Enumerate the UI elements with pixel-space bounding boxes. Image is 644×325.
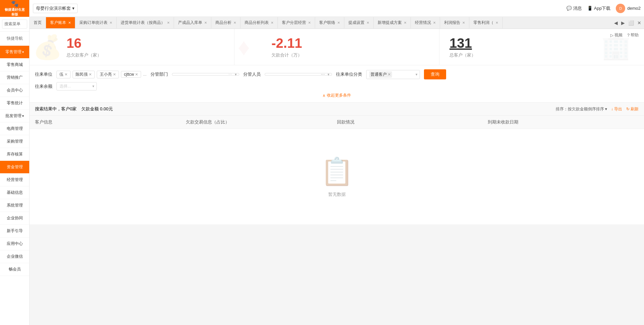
balance-select[interactable]: 选择... ▾ (56, 82, 97, 91)
logo-icon: 🐾 (11, 0, 18, 7)
help-button[interactable]: ? 帮助 (627, 32, 639, 38)
tab-label: 客户联络 (319, 20, 335, 26)
tab-new-plan[interactable]: 新增提成方案 ✕ (374, 17, 411, 28)
chevron-down-icon: ▾ (72, 6, 75, 11)
sidebar-item-retail[interactable]: 零售管理 ▾ (0, 46, 29, 59)
summary-label-debt: 欠款合计（万） (271, 52, 429, 58)
export-button[interactable]: ↓ 导出 (611, 106, 622, 112)
tag-close-icon[interactable]: ✕ (388, 72, 391, 77)
sidebar-item-appcenter[interactable]: 应用中心 (0, 238, 29, 250)
tag-close-icon[interactable]: ✕ (89, 72, 92, 77)
logo-title: 畅捷通好生意 (5, 7, 25, 12)
summary-card-debt: ♦ -2.11 欠款合计（万） (234, 29, 439, 65)
close-icon[interactable]: ✕ (68, 21, 71, 25)
close-icon[interactable]: ✕ (233, 21, 236, 25)
sort-button[interactable]: 排序：按欠款金额倒序排序 ▾ (556, 106, 607, 112)
tab-inbound-stat[interactable]: 进货单统计表（按商品） ✕ (117, 17, 174, 28)
summary-value-customers: 16 (67, 36, 224, 51)
sort-label: 排序：按欠款金额倒序排序 (556, 106, 604, 112)
sidebar-item-finance[interactable]: 资金管理 (0, 161, 29, 174)
col-header-repay: 回款情况 (337, 119, 488, 125)
tab-customer-connect[interactable]: 客户联络 ✕ (315, 17, 344, 28)
close-icon[interactable]: ✕ (404, 21, 406, 25)
collapse-button[interactable]: ∧ 收起更多条件 (323, 93, 351, 98)
chevron-down-icon: ▾ (328, 72, 330, 77)
tab-prev-button[interactable]: ◀ (613, 20, 619, 26)
sidebar-item-basic[interactable]: 基础信息 (0, 186, 29, 199)
tab-label: 客户分层经营 (282, 20, 306, 26)
clear-icon[interactable]: ⋯ (228, 72, 232, 77)
sidebar-search-area[interactable]: 搜索菜单 (0, 17, 29, 32)
user-menu[interactable]: D demo2 (616, 4, 641, 13)
close-icon[interactable]: ✕ (337, 21, 340, 25)
company-selector[interactable]: 母婴行业演示帐套 ▾ (33, 4, 78, 13)
tab-retail-profit[interactable]: 零售利润（ ✕ (469, 17, 503, 28)
tab-close-all-button[interactable]: ✕ (636, 20, 643, 26)
sidebar-item-label: 批发管理 (5, 113, 22, 119)
close-icon[interactable]: ✕ (367, 21, 369, 25)
tab-product-list[interactable]: 商品分析列表 ✕ (241, 17, 278, 28)
person-select[interactable]: ⋯ ▾ (265, 73, 332, 76)
close-icon[interactable]: ✕ (204, 21, 207, 25)
tab-label: 商品分析列表 (245, 20, 269, 26)
category-select[interactable]: 普通客户 ✕ ▾ (366, 70, 420, 79)
unit-label: 往来单位 (35, 71, 52, 77)
tab-profit-report[interactable]: 利润报告 ✕ (440, 17, 469, 28)
sidebar-item-marketing[interactable]: 营销推广 (0, 71, 29, 84)
sidebar-item-member2[interactable]: 畅会员 (0, 263, 29, 276)
tab-label: 进货单统计表（按商品） (121, 20, 165, 26)
sidebar-item-wholesale[interactable]: 批发管理 ▾ (0, 110, 29, 122)
tab-product-analysis[interactable]: 商品分析 ✕ (211, 17, 241, 28)
results-text: 搜索结果中，客户0家 (35, 106, 77, 111)
quick-nav-area[interactable]: 快捷导航 (0, 32, 29, 46)
close-icon[interactable]: ✕ (167, 21, 170, 25)
sidebar-item-system[interactable]: 系统管理 (0, 199, 29, 212)
refresh-icon: ↻ (626, 107, 630, 111)
tag-close-icon[interactable]: ✕ (135, 72, 138, 77)
more-tags-button[interactable]: ... (143, 72, 146, 77)
tab-purchase-stat[interactable]: 采购订单统计表 ✕ (75, 17, 117, 28)
video-button[interactable]: ▷ 视频 (610, 32, 622, 38)
search-menu-button[interactable]: 搜索菜单 (2, 20, 27, 29)
sidebar-item-wechat[interactable]: 企业微信 (0, 250, 29, 263)
close-icon[interactable]: ✕ (496, 21, 498, 25)
tab-commission[interactable]: 提成设置 ✕ (344, 17, 374, 28)
query-button[interactable]: 查询 (424, 69, 446, 79)
video-label: 视频 (614, 32, 622, 38)
sidebar-item-newuser[interactable]: 新手引导 (0, 225, 29, 238)
tag-close-icon[interactable]: ✕ (65, 72, 68, 77)
tab-home[interactable]: 首页 (30, 17, 46, 28)
close-icon[interactable]: ✕ (433, 21, 436, 25)
message-button[interactable]: 💬 消息 (566, 5, 582, 11)
sidebar-item-inventory[interactable]: 库存核算 (0, 148, 29, 161)
close-icon[interactable]: ✕ (462, 21, 465, 25)
tab-customer-tier[interactable]: 客户分层经营 ✕ (278, 17, 315, 28)
tab-maximize-button[interactable]: ⬜ (627, 20, 635, 26)
tab-biz-status[interactable]: 经营情况 ✕ (411, 17, 440, 28)
empty-icon: 📋 (320, 156, 354, 187)
tab-label: 产成品入库单 (178, 20, 202, 26)
sidebar-item-ecommerce[interactable]: 电商管理 (0, 122, 29, 135)
sidebar-item-member[interactable]: 会员中心 (0, 84, 29, 97)
export-label: 导出 (614, 106, 622, 112)
sidebar-item-shop[interactable]: 零售商城 (0, 59, 29, 71)
tab-next-button[interactable]: ▶ (620, 20, 626, 26)
quick-nav-button[interactable]: 快捷导航 (2, 34, 27, 43)
user-avatar: D (616, 4, 625, 13)
close-icon[interactable]: ✕ (271, 21, 273, 25)
sidebar-item-enterprise[interactable]: 企业协同 (0, 212, 29, 225)
tab-label: 利润报告 (444, 20, 460, 26)
tab-customer-book[interactable]: 客户账本 ✕ (46, 17, 75, 28)
app-download-button[interactable]: 📱 App下载 (587, 5, 610, 11)
close-icon[interactable]: ✕ (110, 21, 112, 25)
dept-select[interactable]: ▾ ⋯ (172, 73, 239, 76)
sidebar-item-operation[interactable]: 经营管理 (0, 174, 29, 186)
close-icon[interactable]: ✕ (308, 21, 311, 25)
refresh-button[interactable]: ↻ 刷新 (626, 106, 639, 112)
sidebar-item-purchase[interactable]: 采购管理 (0, 135, 29, 148)
tag-close-icon[interactable]: ✕ (113, 72, 116, 77)
summary-actions: ▷ 视频 ? 帮助 (610, 32, 639, 38)
sidebar-item-retail-stat[interactable]: 零售统计 (0, 97, 29, 110)
tag-label: 陈民强 (76, 72, 88, 77)
tab-cost-in[interactable]: 产成品入库单 ✕ (174, 17, 211, 28)
